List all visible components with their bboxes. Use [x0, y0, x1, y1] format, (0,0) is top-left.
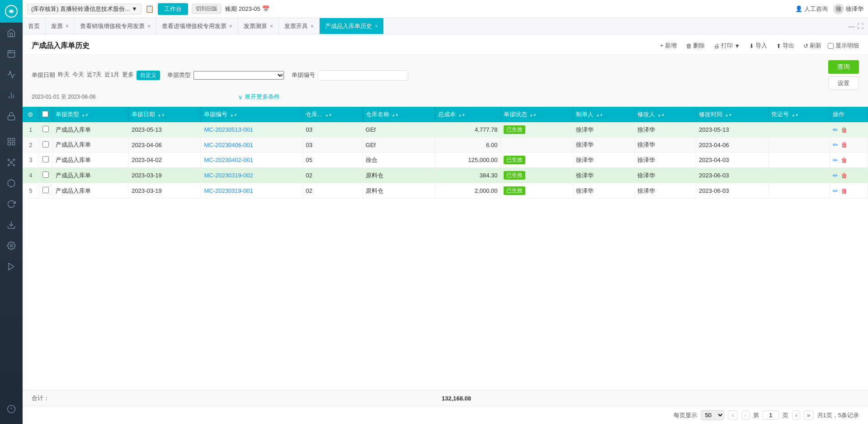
sort-type-icon[interactable]: ▲▼ — [81, 114, 89, 117]
maximize-button[interactable]: ⛶ — [857, 23, 863, 30]
show-detail-checkbox-label[interactable]: 显示明细 — [828, 42, 859, 50]
shortcut-today[interactable]: 今天 — [72, 71, 84, 80]
last-page-button[interactable]: » — [804, 410, 813, 420]
delete-row-button[interactable]: 🗑 — [841, 126, 847, 133]
sidebar-item-analytics[interactable] — [0, 64, 23, 85]
sort-voucher-icon[interactable]: ▲▼ — [792, 114, 799, 117]
row-number: 5 — [23, 183, 39, 199]
export-button[interactable]: ⬆ 导出 — [774, 41, 797, 51]
sort-status-icon[interactable]: ▲▼ — [529, 114, 537, 117]
sidebar-item-settings[interactable] — [0, 235, 23, 256]
sidebar-item-box[interactable] — [0, 173, 23, 194]
column-settings-icon[interactable]: ⚙ — [28, 111, 33, 118]
shortcut-7days[interactable]: 近7天 — [87, 71, 102, 80]
sort-mtime-icon[interactable]: ▲▼ — [725, 114, 732, 117]
workbench-button[interactable]: 工作台 — [158, 3, 188, 15]
new-button[interactable]: + 新增 — [657, 41, 679, 51]
edit-row-button[interactable]: ✏ — [833, 157, 838, 164]
sidebar-item-document[interactable] — [0, 43, 23, 64]
tab-calc[interactable]: 发票测算 × — [238, 18, 279, 34]
tab-calc-close[interactable]: × — [270, 23, 273, 29]
tab-home[interactable]: 首页 — [23, 18, 46, 34]
tab-open-close[interactable]: × — [311, 23, 314, 29]
calendar-icon[interactable]: 📅 — [262, 5, 269, 12]
sort-cost-icon[interactable]: ▲▼ — [458, 114, 465, 117]
company-selector[interactable]: (库存核算) 直播轻铃通信息技术股份... ▼ — [27, 4, 142, 14]
shortcut-more[interactable]: 更多 — [122, 71, 134, 80]
tab-input-vat-close[interactable]: × — [229, 23, 232, 29]
sidebar-item-lock[interactable] — [0, 106, 23, 127]
sort-modifier-icon[interactable]: ▲▼ — [658, 114, 665, 117]
sort-creator-icon[interactable]: ▲▼ — [596, 114, 603, 117]
row-checkbox[interactable] — [42, 187, 49, 193]
page-number-input[interactable] — [763, 410, 779, 420]
filter-action-area: 查询 设置 — [828, 60, 859, 90]
user-menu[interactable]: 徐 徐泽华 — [833, 4, 863, 14]
expand-conditions-button[interactable]: ∨ 展开更多条件 — [238, 93, 280, 101]
edit-row-button[interactable]: ✏ — [833, 126, 838, 133]
doc-number-link[interactable]: MC-20230402-001 — [204, 157, 253, 163]
delete-row-button[interactable]: 🗑 — [841, 141, 847, 148]
tab-sales-vat[interactable]: 查看销项增值税专用发票 × — [75, 18, 156, 34]
query-button[interactable]: 查询 — [828, 60, 859, 74]
select-all-checkbox[interactable] — [42, 111, 48, 117]
filter-type-select[interactable] — [193, 71, 284, 80]
tab-sales-vat-label: 查看销项增值税专用发票 — [80, 22, 145, 30]
edit-row-button[interactable]: ✏ — [833, 172, 838, 179]
switch-old-btn[interactable]: 切到旧版 — [192, 4, 222, 14]
prev-page-button[interactable]: ‹ — [741, 410, 750, 420]
tab-history[interactable]: 产成品入库单历史 × — [320, 18, 384, 34]
doc-number-link[interactable]: MC-20230513-001 — [204, 126, 253, 133]
tab-open[interactable]: 发票开具 × — [279, 18, 320, 34]
minimize-button[interactable]: — — [848, 23, 854, 30]
filter-number-input[interactable] — [318, 70, 408, 81]
sort-wcode-icon[interactable]: ▲▼ — [325, 114, 332, 117]
row-type: 产成品入库单 — [52, 152, 129, 168]
first-page-button[interactable]: « — [728, 410, 737, 420]
delete-row-button[interactable]: 🗑 — [841, 172, 847, 179]
sidebar-item-grid[interactable] — [0, 152, 23, 173]
help-button[interactable]: 👤 人工咨询 — [795, 5, 828, 13]
shortcut-1month[interactable]: 近1月 — [104, 71, 119, 80]
refresh-button[interactable]: ↺ 刷新 — [801, 41, 824, 51]
row-warehouse-code: 02 — [303, 183, 363, 199]
row-checkbox[interactable] — [42, 141, 49, 148]
tab-invoice-label: 发票 — [51, 22, 63, 30]
sidebar-item-refresh[interactable] — [0, 194, 23, 214]
sort-date-icon[interactable]: ▲▼ — [158, 114, 165, 117]
sidebar-item-home[interactable] — [0, 23, 23, 43]
shortcut-yesterday[interactable]: 昨天 — [58, 71, 70, 80]
sidebar-item-download[interactable] — [0, 214, 23, 235]
doc-number-link[interactable]: MC-20230319-002 — [204, 172, 253, 179]
custom-date-button[interactable]: 自定义 — [137, 71, 160, 80]
delete-row-button[interactable]: 🗑 — [841, 157, 847, 164]
sort-wname-icon[interactable]: ▲▼ — [392, 114, 399, 117]
sort-number-icon[interactable]: ▲▼ — [230, 114, 237, 117]
per-page-select[interactable]: 50 100 200 — [701, 410, 724, 420]
doc-number-link[interactable]: MC-20230319-001 — [204, 187, 253, 194]
import-button[interactable]: ⬇ 导入 — [746, 41, 770, 51]
print-button[interactable]: 🖨 打印 ▼ — [711, 41, 743, 51]
show-detail-checkbox[interactable] — [828, 43, 834, 49]
delete-row-button[interactable]: 🗑 — [841, 187, 847, 195]
table-body: 1 产成品入库单 2023-05-13 MC-20230513-001 03 G… — [23, 122, 868, 199]
row-checkbox[interactable] — [42, 172, 49, 178]
edit-row-button[interactable]: ✏ — [833, 187, 838, 195]
next-page-button[interactable]: › — [792, 410, 800, 420]
setting-button[interactable]: 设置 — [828, 76, 859, 90]
sidebar-item-layout[interactable] — [0, 131, 23, 152]
tab-invoice[interactable]: 发票 × — [46, 18, 75, 34]
tab-invoice-close[interactable]: × — [66, 23, 69, 29]
tab-sales-vat-close[interactable]: × — [147, 23, 151, 29]
row-checkbox[interactable] — [42, 126, 49, 132]
tab-history-close[interactable]: × — [375, 23, 378, 29]
doc-number-link[interactable]: MC-20230406-001 — [204, 142, 253, 148]
sidebar-item-chart[interactable] — [0, 85, 23, 106]
edit-row-button[interactable]: ✏ — [833, 141, 838, 148]
row-checkbox-cell — [39, 152, 52, 168]
tab-input-vat[interactable]: 查看进项增值税专用发票 × — [156, 18, 238, 34]
sidebar-item-play[interactable] — [0, 256, 23, 277]
delete-button[interactable]: 🗑 删除 — [683, 41, 708, 51]
row-checkbox[interactable] — [42, 156, 49, 162]
sidebar-item-version[interactable] — [0, 399, 23, 419]
